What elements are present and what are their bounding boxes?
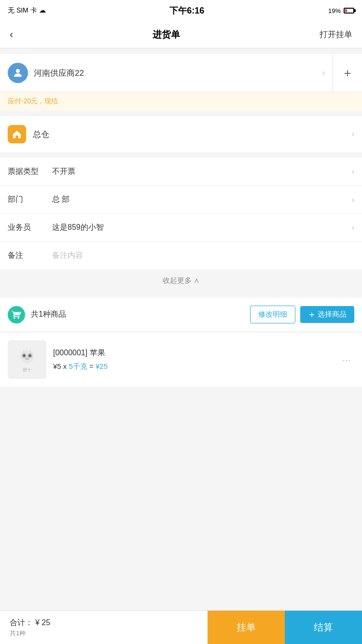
department-row[interactable]: 部门 总 部 › bbox=[0, 186, 362, 214]
settle-button[interactable]: 结算 bbox=[285, 611, 362, 644]
status-battery-area: 19% bbox=[328, 7, 354, 14]
select-product-button[interactable]: 选择商品 bbox=[300, 306, 354, 323]
person-icon bbox=[12, 67, 24, 79]
status-bar: 无 SIM 卡 ☁ 下午6:16 19% bbox=[0, 0, 362, 21]
products-icon bbox=[8, 306, 25, 323]
line-total: ¥25 bbox=[96, 362, 108, 370]
products-count: 共1种商品 bbox=[31, 309, 250, 320]
warehouse-selector[interactable]: 总仓 › bbox=[0, 116, 362, 152]
nav-bar: ‹ 进货单 打开挂单 bbox=[0, 21, 362, 48]
department-chevron-icon: › bbox=[352, 196, 354, 204]
edit-detail-button[interactable]: 修改明细 bbox=[250, 306, 295, 323]
collapse-button[interactable]: 收起更多 ∧ bbox=[0, 269, 362, 292]
cart-icon bbox=[12, 310, 21, 320]
supplier-chevron-icon: › bbox=[322, 69, 325, 77]
select-cart-icon bbox=[308, 311, 316, 319]
product-code: [0000001] bbox=[53, 349, 87, 357]
svg-point-8 bbox=[25, 358, 29, 360]
salesperson-value: 这是859的小智 bbox=[52, 223, 348, 233]
svg-point-0 bbox=[16, 69, 20, 73]
gap-4 bbox=[0, 292, 362, 298]
invoice-type-label: 票据类型 bbox=[8, 167, 46, 177]
home-icon bbox=[12, 129, 22, 140]
gap-1 bbox=[0, 48, 362, 54]
add-supplier-button[interactable]: + bbox=[333, 54, 362, 92]
main-content: 河南供应商22 › + 应付-20元，现结 总仓 › 票据类型 不开票 › 部门… bbox=[0, 48, 362, 425]
owl-logo-icon bbox=[17, 347, 37, 366]
department-label: 部门 bbox=[8, 195, 46, 205]
warehouse-icon bbox=[8, 125, 26, 143]
back-button[interactable]: ‹ bbox=[10, 28, 13, 41]
supplier-section: 河南供应商22 › + bbox=[0, 54, 362, 92]
product-info: [0000001] 苹果 ¥5 x 5千克 = ¥25 bbox=[53, 348, 338, 371]
salesperson-label: 业务员 bbox=[8, 223, 46, 233]
warehouse-chevron-icon: › bbox=[352, 130, 354, 139]
pending-button[interactable]: 挂单 bbox=[208, 611, 285, 644]
quantity: 5千克 bbox=[69, 362, 87, 370]
salesperson-row[interactable]: 业务员 这是859的小智 › bbox=[0, 214, 362, 242]
bottom-bar: 合计： ¥ 25 共1种 挂单 结算 bbox=[0, 610, 362, 644]
remark-input[interactable]: 备注内容 bbox=[52, 251, 354, 261]
product-menu-button[interactable]: ··· bbox=[338, 352, 354, 367]
gap-2 bbox=[0, 111, 362, 116]
product-thumb-inner: 碧十 bbox=[17, 347, 37, 373]
open-pending-button[interactable]: 打开挂单 bbox=[320, 29, 352, 40]
total-value: ¥ 25 bbox=[35, 618, 50, 627]
invoice-type-value: 不开票 bbox=[52, 167, 348, 177]
supplier-selector[interactable]: 河南供应商22 › bbox=[0, 54, 333, 92]
select-product-label: 选择商品 bbox=[318, 310, 347, 319]
total-section: 合计： ¥ 25 共1种 bbox=[0, 611, 208, 644]
warehouse-name: 总仓 bbox=[33, 129, 348, 140]
department-value: 总 部 bbox=[52, 195, 348, 205]
remark-row[interactable]: 备注 备注内容 bbox=[0, 242, 362, 269]
total-label: 合计： bbox=[10, 618, 33, 627]
status-signal: 无 SIM 卡 ☁ bbox=[8, 6, 46, 15]
total-amount: 合计： ¥ 25 bbox=[10, 617, 198, 628]
bottom-spacer bbox=[0, 387, 362, 425]
product-item: 碧十 [0000001] 苹果 ¥5 x 5千克 = ¥25 ··· bbox=[0, 333, 362, 387]
battery-fill bbox=[345, 9, 347, 12]
salesperson-chevron-icon: › bbox=[352, 224, 354, 232]
status-time: 下午6:16 bbox=[169, 5, 204, 16]
price-equals: = bbox=[89, 362, 96, 370]
gap-3 bbox=[0, 152, 362, 158]
svg-point-6 bbox=[23, 354, 25, 356]
thin-gap bbox=[0, 331, 362, 332]
battery-icon bbox=[344, 8, 354, 14]
battery-percent: 19% bbox=[328, 7, 341, 14]
invoice-type-row[interactable]: 票据类型 不开票 › bbox=[0, 158, 362, 186]
product-thumbnail: 碧十 bbox=[8, 340, 46, 379]
products-header: 共1种商品 修改明细 选择商品 bbox=[0, 298, 362, 331]
supplier-name: 河南供应商22 bbox=[34, 68, 319, 79]
svg-point-7 bbox=[29, 354, 31, 356]
debt-notice: 应付-20元，现结 bbox=[0, 92, 362, 111]
owl-label: 碧十 bbox=[23, 367, 31, 373]
total-count: 共1种 bbox=[10, 629, 198, 638]
supplier-avatar bbox=[8, 63, 28, 83]
page-title: 进货单 bbox=[153, 28, 180, 41]
form-section: 票据类型 不开票 › 部门 总 部 › 业务员 这是859的小智 › 备注 备注… bbox=[0, 158, 362, 269]
product-title: 苹果 bbox=[90, 349, 105, 357]
invoice-type-chevron-icon: › bbox=[352, 168, 354, 176]
remark-label: 备注 bbox=[8, 251, 46, 261]
product-name: [0000001] 苹果 bbox=[53, 348, 338, 358]
price-multiply: x bbox=[63, 362, 69, 370]
product-price: ¥5 x 5千克 = ¥25 bbox=[53, 362, 338, 371]
unit-price: ¥5 bbox=[53, 362, 61, 370]
